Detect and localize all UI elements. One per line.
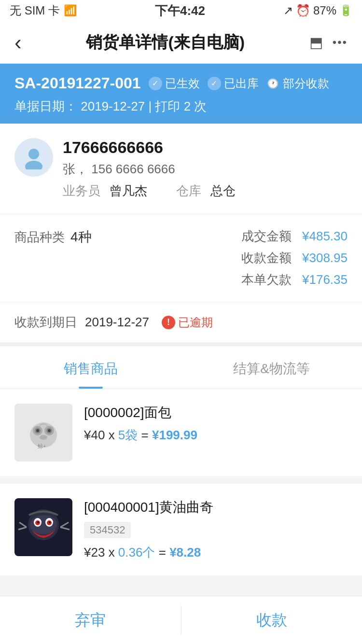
share-icon[interactable]: ⬒ — [309, 34, 323, 51]
status-badge-2: ✓ 已出库 — [208, 76, 259, 91]
product-item-2: [000400001]黄油曲奇 534532 ¥23 x 0.36个 = ¥8.… — [0, 484, 362, 575]
order-date: 2019-12-27 — [81, 99, 145, 113]
owed-row: 本单欠款 ¥176.35 — [241, 271, 348, 288]
avatar-icon — [22, 145, 46, 169]
category-count: 4种 — [70, 228, 92, 246]
owed-label: 本单欠款 — [241, 271, 292, 288]
transaction-label: 成交金额 — [241, 228, 292, 245]
product-thumb-2 — [14, 498, 72, 556]
received-value: ¥308.95 — [299, 251, 348, 266]
svg-point-7 — [36, 429, 39, 432]
overdue-text: 已逾期 — [178, 315, 213, 330]
received-label: 收款金额 — [241, 250, 292, 266]
product-total-2: ¥8.28 — [169, 545, 201, 560]
sales-label: 业务员 曾凡杰 — [63, 182, 147, 199]
product-thumb-1: 鲸+ — [14, 404, 72, 462]
stats-section: 商品种类 4种 成交金额 ¥485.30 收款金额 ¥308.95 本单欠款 ¥… — [0, 214, 362, 302]
back-button[interactable]: ‹ — [14, 30, 22, 55]
stats-right: 成交金额 ¥485.30 收款金额 ¥308.95 本单欠款 ¥176.35 — [241, 228, 348, 288]
svg-point-9 — [40, 435, 47, 440]
customer-section: 17666666666 张， 156 6666 6666 业务员 曾凡杰 仓库 … — [0, 124, 362, 214]
product-name-2: [000400001]黄油曲奇 — [84, 498, 348, 517]
product-batch-2: 534532 — [84, 522, 131, 538]
product-unit-price-1: ¥40 — [84, 428, 105, 442]
collect-payment-button[interactable]: 收款 — [181, 596, 362, 644]
alarm-icon: ⏰ — [296, 4, 310, 17]
category-label: 商品种类 — [14, 229, 65, 246]
ninja-icon — [14, 498, 72, 556]
status-left: 无 SIM 卡 📶 — [10, 3, 77, 18]
product-info-2: [000400001]黄油曲奇 534532 ¥23 x 0.36个 = ¥8.… — [84, 498, 348, 561]
date-label: 单据日期： — [14, 99, 77, 113]
order-meta: 单据日期： 2019-12-27 | 打印 2 次 — [14, 98, 348, 115]
product-price-2: ¥23 x 0.36个 = ¥8.28 — [84, 544, 348, 561]
carrier-label: 无 SIM 卡 — [10, 3, 60, 18]
received-row: 收款金额 ¥308.95 — [241, 250, 348, 266]
order-header: SA-20191227-001 ✓ 已生效 ✓ 已出库 🕐 部分收款 单据日期：… — [0, 64, 362, 124]
order-id: SA-20191227-001 — [14, 74, 141, 92]
print-info: | 打印 2 次 — [148, 99, 207, 113]
nav-right: ⬒ ••• — [309, 34, 348, 51]
product-item-1: 鲸+ [0000002]面包 ¥40 x 5袋 = ¥199.99 — [0, 389, 362, 476]
overdue-badge: ! 已逾期 — [162, 315, 213, 330]
location-icon: ↗ — [283, 4, 293, 17]
page-title: 销货单详情(来自电脑) — [86, 31, 245, 54]
status-badge-3: 🕐 部分收款 — [266, 76, 329, 91]
status-bar: 无 SIM 卡 📶 下午4:42 ↗ ⏰ 87% 🔋 — [0, 0, 362, 21]
customer-meta: 业务员 曾凡杰 仓库 总仓 — [63, 182, 348, 199]
product-qty-2: 0.36个 — [118, 545, 155, 560]
stats-left: 商品种类 4种 — [14, 228, 92, 246]
due-section: 收款到期日 2019-12-27 ! 已逾期 — [0, 302, 362, 346]
svg-text:鲸+: 鲸+ — [38, 443, 46, 449]
ninja-image — [14, 498, 72, 556]
svg-point-0 — [28, 149, 39, 159]
nav-left: ‹ — [14, 30, 22, 55]
svg-point-1 — [25, 161, 42, 169]
status-right: ↗ ⏰ 87% 🔋 — [283, 4, 352, 17]
due-date: 2019-12-27 — [85, 315, 149, 330]
battery-icon: 🔋 — [339, 4, 352, 17]
svg-point-8 — [48, 429, 51, 432]
bottom-bar: 弃审 收款 — [0, 596, 362, 644]
status-badge-1: ✓ 已生效 — [149, 76, 200, 91]
nav-bar: ‹ 销货单详情(来自电脑) ⬒ ••• — [0, 21, 362, 64]
tabs: 销售商品 结算&物流等 — [0, 346, 362, 389]
svg-point-19 — [49, 521, 51, 523]
svg-point-18 — [37, 521, 39, 523]
customer-phone: 张， 156 6666 6666 — [63, 161, 348, 178]
product-list: 鲸+ [0000002]面包 ¥40 x 5袋 = ¥199.99 — [0, 389, 362, 575]
product-price-1: ¥40 x 5袋 = ¥199.99 — [84, 427, 348, 444]
avatar — [14, 138, 53, 177]
check-icon-1: ✓ — [149, 77, 162, 90]
product-qty-1: 5袋 — [118, 428, 138, 442]
wifi-icon: 📶 — [64, 4, 77, 17]
warehouse-label: 仓库 总仓 — [176, 182, 236, 199]
transaction-row: 成交金额 ¥485.30 — [241, 228, 348, 245]
product-info-1: [0000002]面包 ¥40 x 5袋 = ¥199.99 — [84, 404, 348, 444]
overdue-icon: ! — [162, 316, 175, 329]
product-name-1: [0000002]面包 — [84, 404, 348, 422]
abandon-review-button[interactable]: 弃审 — [0, 596, 181, 644]
tab-sales-products[interactable]: 销售商品 — [0, 346, 181, 389]
check-icon-2: ✓ — [208, 77, 221, 90]
tab-settlement[interactable]: 结算&物流等 — [181, 346, 362, 389]
battery-label: 87% — [313, 4, 336, 17]
customer-account: 17666666666 — [63, 138, 348, 157]
owl-image: 鲸+ — [14, 404, 72, 462]
customer-info: 17666666666 张， 156 6666 6666 业务员 曾凡杰 仓库 … — [63, 138, 348, 199]
owed-value: ¥176.35 — [299, 272, 348, 287]
status-time: 下午4:42 — [155, 2, 205, 19]
product-total-1: ¥199.99 — [152, 428, 197, 442]
owl-icon: 鲸+ — [24, 413, 63, 452]
transaction-value: ¥485.30 — [299, 229, 348, 244]
due-label: 收款到期日 — [14, 314, 77, 331]
product-unit-price-2: ¥23 — [84, 545, 105, 560]
svg-point-13 — [30, 515, 57, 534]
order-header-top: SA-20191227-001 ✓ 已生效 ✓ 已出库 🕐 部分收款 — [14, 74, 348, 92]
more-icon[interactable]: ••• — [333, 36, 348, 49]
clock-icon: 🕐 — [266, 77, 280, 90]
